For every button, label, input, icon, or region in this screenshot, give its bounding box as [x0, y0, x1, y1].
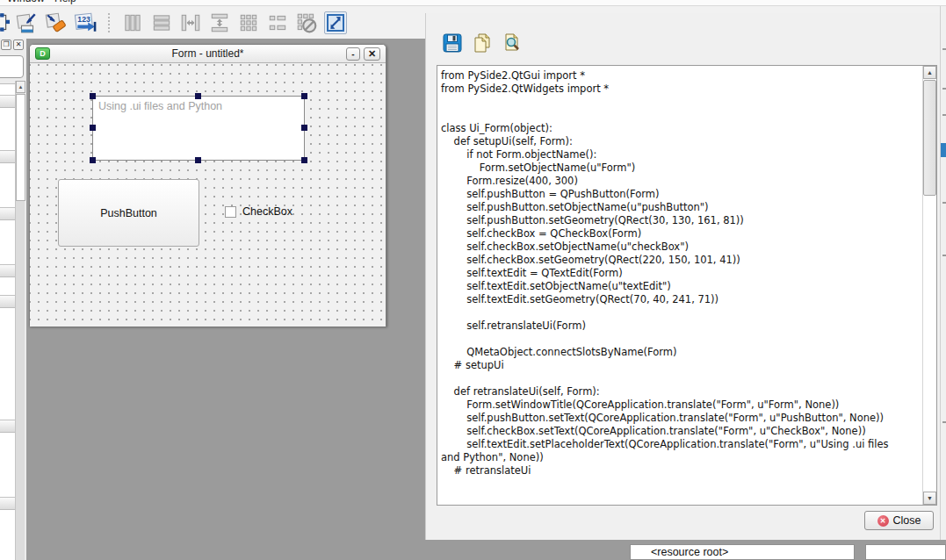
widget-category-row[interactable]	[0, 420, 15, 433]
edit-widgets-button[interactable]	[0, 11, 10, 34]
dialog-toolbar	[442, 32, 523, 54]
edit-buddies-icon	[45, 11, 68, 34]
copy-button[interactable]	[472, 32, 493, 54]
menu-item-window[interactable]: Window	[7, 0, 45, 4]
save-button[interactable]	[442, 32, 463, 54]
edit-signals-slots-button[interactable]	[16, 11, 39, 34]
form-window-title: Form - untitled*	[30, 47, 386, 60]
selection-handle[interactable]	[195, 93, 201, 99]
toolbar-separator	[108, 13, 110, 32]
tree-branch-mark	[942, 421, 946, 423]
widget-category-row[interactable]	[0, 150, 15, 163]
code-view[interactable]: from PySide2.QtGui import * from PySide2…	[437, 65, 937, 506]
close-icon: ✕	[16, 40, 22, 48]
widget-box-panel: ❐ ✕ ▲	[0, 39, 26, 560]
restore-icon: ❐	[3, 40, 9, 48]
layout-splitter-vertical-button[interactable]	[208, 11, 231, 34]
adjust-size-icon	[325, 11, 346, 34]
layout-vertical-icon	[150, 11, 173, 34]
checkbox-widget[interactable]: CheckBox	[225, 205, 292, 218]
code-preview-dialog: from PySide2.QtGui import * from PySide2…	[425, 13, 940, 540]
dock-close-button[interactable]: ✕	[13, 39, 24, 50]
layout-splitter-horizontal-icon	[179, 11, 202, 34]
find-button[interactable]	[502, 32, 523, 54]
edit-tab-order-icon: 123	[74, 11, 97, 34]
widget-category-row[interactable]	[0, 497, 15, 510]
textedit-placeholder: Using .ui files and Python	[98, 100, 222, 112]
close-dialog-button[interactable]: ✕ Close	[864, 511, 934, 530]
selected-row-mark	[941, 143, 946, 157]
pushbutton-widget[interactable]: PushButton	[58, 179, 199, 247]
textedit-widget[interactable]: Using .ui files and Python	[92, 96, 305, 161]
scrollbar-thumb[interactable]	[923, 80, 936, 196]
selection-handle[interactable]	[301, 93, 307, 99]
find-icon	[502, 32, 523, 54]
tree-branch-mark	[942, 114, 946, 116]
selection-handle[interactable]	[90, 125, 96, 131]
layout-form-button[interactable]	[266, 11, 289, 34]
code-scrollbar[interactable]: ▲ ▼	[922, 66, 936, 505]
tree-branch-mark	[942, 255, 946, 256]
menu-item-help[interactable]: Help	[54, 0, 76, 4]
layout-grid-button[interactable]	[237, 11, 260, 34]
edit-tab-order-button[interactable]: 123	[74, 11, 97, 34]
selection-handle[interactable]	[301, 125, 307, 131]
tree-branch-mark	[942, 48, 946, 50]
layout-splitter-vertical-icon	[208, 11, 231, 34]
scrollbar-thumb[interactable]	[16, 94, 25, 201]
break-layout-icon	[295, 11, 318, 34]
mdi-bottom-strip: <resource root>	[425, 540, 946, 560]
break-layout-button[interactable]	[295, 11, 318, 34]
menu-bar: Window Help	[0, 0, 946, 6]
tab-order-badge: 123	[77, 14, 90, 23]
widget-category-row[interactable]	[0, 264, 15, 277]
widget-category-row[interactable]	[0, 207, 15, 220]
widget-box-scrollbar[interactable]: ▲	[15, 81, 25, 560]
scroll-up-button[interactable]: ▲	[923, 66, 936, 79]
form-window-titlebar[interactable]: D Form - untitled* - ✕	[30, 45, 386, 63]
widget-box-list[interactable]	[0, 83, 15, 560]
adjust-size-button[interactable]	[324, 11, 347, 34]
code-text: from PySide2.QtGui import * from PySide2…	[437, 66, 936, 481]
layout-grid-icon	[237, 11, 260, 34]
save-icon	[442, 32, 463, 54]
minimize-button[interactable]: -	[346, 47, 360, 61]
arrow-up-icon: ▲	[927, 69, 933, 75]
selection-handle[interactable]	[195, 157, 201, 163]
designer-form-icon: D	[35, 47, 50, 60]
edit-signals-slots-icon	[16, 11, 39, 34]
arrow-up-icon[interactable]: ▲	[16, 81, 25, 93]
scroll-down-button[interactable]: ▼	[923, 492, 936, 505]
background-window-sliver	[940, 6, 946, 560]
selection-handle[interactable]	[301, 157, 307, 163]
dock-float-button[interactable]: ❐	[1, 39, 11, 50]
copy-icon	[472, 32, 493, 54]
close-button[interactable]: ✕	[364, 47, 380, 61]
form-canvas[interactable]: Using .ui files and Python PushButton Ch…	[30, 63, 386, 327]
tree-branch-mark	[942, 88, 946, 90]
close-button-label: Close	[893, 514, 921, 527]
layout-vertical-button[interactable]	[150, 11, 173, 34]
resource-preview-panel	[865, 544, 946, 560]
checkbox-indicator[interactable]	[225, 206, 236, 218]
tree-branch-mark	[942, 202, 946, 204]
edit-widgets-icon	[0, 11, 10, 34]
widget-category-row[interactable]	[0, 295, 15, 308]
arrow-down-icon: ▼	[927, 495, 933, 501]
close-circle-icon: ✕	[877, 515, 889, 527]
resource-root-item[interactable]: <resource root>	[651, 546, 728, 558]
resource-browser-panel: <resource root>	[630, 544, 855, 560]
widget-filter-input[interactable]	[0, 55, 24, 78]
layout-form-icon	[266, 11, 289, 34]
widget-category-row[interactable]	[0, 95, 15, 108]
edit-buddies-button[interactable]	[45, 11, 68, 34]
layout-horizontal-icon	[121, 11, 144, 34]
layout-splitter-horizontal-button[interactable]	[179, 11, 202, 34]
form-designer-window: D Form - untitled* - ✕ Using .ui files a…	[29, 44, 386, 327]
layout-horizontal-button[interactable]	[121, 11, 144, 34]
checkbox-label: CheckBox	[242, 205, 292, 218]
selection-handle[interactable]	[90, 93, 96, 99]
selection-handle[interactable]	[90, 157, 96, 163]
